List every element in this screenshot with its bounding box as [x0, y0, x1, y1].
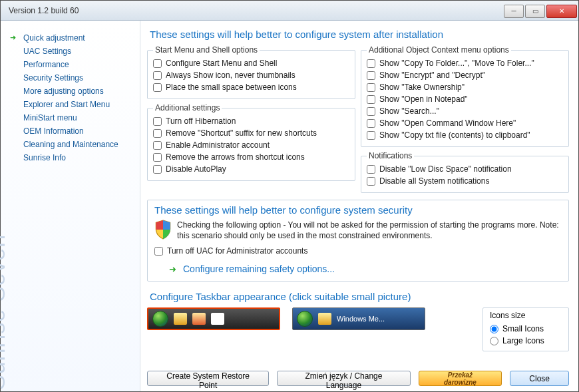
checkbox-ctx-4[interactable]: Show "Search...": [367, 105, 563, 117]
sidebar-item-uac-settings[interactable]: UAC Settings: [1, 45, 140, 58]
checkbox-ctx-3-input[interactable]: [367, 95, 375, 104]
sidebar-item-oem-information[interactable]: OEM Information: [1, 124, 140, 138]
checkbox-notif-0-input[interactable]: [367, 165, 375, 174]
checkbox-addset-2-input[interactable]: [153, 141, 162, 150]
checkbox-startmenu-0-label: Configure Start Menu and Shell: [166, 59, 277, 68]
checkbox-startmenu-1-label: Always Show icon, never thumbnails: [166, 71, 295, 80]
checkbox-startmenu-1-input[interactable]: [153, 71, 162, 80]
checkbox-ctx-1[interactable]: Show "Encrypt" and "Decrypt": [367, 69, 563, 81]
checkbox-ctx-0[interactable]: Show "Copy To Folder...", "Move To Foler…: [367, 57, 563, 69]
checkbox-uac[interactable]: Turn off UAC for Administrator accounts: [154, 245, 562, 257]
checkbox-addset-3-label: Remove the arrows from shortcut icons: [166, 152, 305, 162]
donate-button[interactable]: Przekaż darowiznę: [419, 371, 502, 386]
radio-large-icons-label: Large Icons: [502, 336, 544, 345]
checkbox-addset-3[interactable]: Remove the arrows from shortcut icons: [153, 151, 349, 163]
configure-safety-label: Configure remaining safety options...: [183, 264, 335, 274]
taskbar-picture-label: Windows Me...: [337, 315, 385, 323]
section-heading-install: These settings will help better to confi…: [150, 29, 566, 40]
change-language-button[interactable]: Zmień język / Change Language: [277, 371, 410, 386]
minimize-button[interactable]: ─: [504, 5, 524, 18]
section-security: These settings will help better to confi…: [147, 200, 569, 282]
sidebar-item-more-adjusting-options[interactable]: More adjusting options: [1, 85, 140, 98]
checkbox-ctx-6-input[interactable]: [367, 131, 375, 140]
checkbox-ctx-1-label: Show "Encrypt" and "Decrypt": [379, 71, 485, 80]
checkbox-uac-input[interactable]: [154, 247, 163, 256]
checkbox-startmenu-0-input[interactable]: [153, 59, 162, 68]
group-context-menu-legend: Additional Object Context menu options: [367, 45, 511, 55]
shield-icon: [154, 220, 172, 240]
sidebar-item-sunrise-info[interactable]: Sunrise Info: [1, 151, 140, 164]
sidebar-item-cleaning-and-maintenance[interactable]: Cleaning and Maintenance: [1, 138, 140, 151]
checkbox-addset-4-input[interactable]: [153, 165, 162, 174]
group-icons-size-legend: Icons size: [490, 311, 562, 323]
sidebar-item-security-settings[interactable]: Security Settings: [1, 71, 140, 85]
checkbox-addset-2[interactable]: Enable Administrator account: [153, 139, 349, 151]
taskbar-picture-small[interactable]: [147, 307, 280, 330]
maximize-button[interactable]: ▭: [525, 5, 545, 18]
checkbox-addset-0[interactable]: Turn off Hibernation: [153, 115, 349, 127]
sidebar-item-explorer-and-start-menu[interactable]: Explorer and Start Menu: [1, 98, 140, 111]
section-heading-taskbar: Configure Taskbar appearance (click suit…: [150, 291, 566, 302]
start-orb-icon: [152, 311, 168, 327]
checkbox-ctx-2[interactable]: Show "Take Ownership": [367, 81, 563, 93]
checkbox-notif-1-input[interactable]: [367, 177, 375, 186]
group-additional-settings-legend: Additional settings: [153, 103, 222, 112]
checkbox-addset-4[interactable]: Disable AutoPlay: [153, 163, 349, 175]
checkbox-addset-1-label: Remove "Shortcut" suffix for new shortcu…: [166, 128, 317, 138]
checkbox-addset-1[interactable]: Remove "Shortcut" suffix for new shortcu…: [153, 127, 349, 139]
checkbox-uac-label: Turn off UAC for Administrator accounts: [167, 246, 307, 256]
checkbox-ctx-2-label: Show "Take Ownership": [379, 83, 465, 92]
group-startmenu-legend: Start Menu and Shell options: [153, 45, 260, 55]
checkbox-ctx-0-label: Show "Copy To Folder...", "Move To Foler…: [379, 59, 534, 68]
create-restore-point-button[interactable]: Create System Restore Point: [147, 371, 269, 386]
sidebar-item-quick-adjustment[interactable]: Quick adjustment: [1, 31, 140, 45]
checkbox-ctx-1-input[interactable]: [367, 71, 375, 80]
checkbox-ctx-3-label: Show "Open in Notepad": [379, 95, 468, 104]
radio-large-icons-input[interactable]: [490, 337, 498, 345]
sidebar-item-performance[interactable]: Performance: [1, 58, 140, 71]
taskbar-sample-icon: [318, 313, 331, 325]
checkbox-addset-3-input[interactable]: [153, 153, 162, 162]
checkbox-addset-0-input[interactable]: [153, 117, 162, 126]
checkbox-startmenu-0[interactable]: Configure Start Menu and Shell: [153, 57, 349, 69]
radio-large-icons[interactable]: Large Icons: [490, 335, 562, 347]
checkbox-startmenu-2[interactable]: Place the small space between icons: [153, 81, 349, 93]
taskbar-picture-large[interactable]: Windows Me...: [292, 307, 425, 330]
close-button[interactable]: Close: [510, 371, 569, 386]
checkbox-startmenu-2-label: Place the small space between icons: [166, 83, 297, 92]
radio-small-icons-input[interactable]: [490, 325, 498, 333]
group-additional-settings: Additional settings Turn off Hibernation…: [147, 103, 355, 181]
brand-text: Sunrise Seven: [0, 234, 10, 390]
checkbox-ctx-2-input[interactable]: [367, 83, 375, 92]
security-info-text: Checking the following option - You will…: [177, 220, 562, 241]
radio-small-icons[interactable]: Small Icons: [490, 323, 562, 335]
checkbox-ctx-6[interactable]: Show "Copy txt file (contents) to clipbo…: [367, 129, 563, 141]
checkbox-notif-0[interactable]: Disable "Low Disc Space" notification: [367, 163, 563, 175]
checkbox-ctx-6-label: Show "Copy txt file (contents) to clipbo…: [379, 130, 530, 140]
window-title: Version 1.2 build 60: [1, 6, 504, 15]
checkbox-ctx-0-input[interactable]: [367, 59, 375, 68]
start-orb-icon: [297, 311, 313, 327]
checkbox-notif-1-label: Disable all System notifications: [379, 176, 489, 186]
section-heading-security: These settings will help better to confi…: [154, 204, 562, 216]
group-notifications-legend: Notifications: [367, 151, 414, 160]
checkbox-startmenu-2-input[interactable]: [153, 83, 162, 92]
group-startmenu: Start Menu and Shell options Configure S…: [147, 45, 355, 99]
group-notifications: Notifications Disable "Low Disc Space" n…: [361, 151, 569, 193]
window-close-button[interactable]: ✕: [546, 5, 577, 18]
checkbox-ctx-5-input[interactable]: [367, 119, 375, 128]
sidebar-item-ministart-menu[interactable]: MiniStart menu: [1, 111, 140, 124]
checkbox-startmenu-1[interactable]: Always Show icon, never thumbnails: [153, 69, 349, 81]
checkbox-ctx-3[interactable]: Show "Open in Notepad": [367, 93, 563, 105]
sidebar: Quick adjustmentUAC SettingsPerformanceS…: [1, 21, 140, 391]
checkbox-addset-2-label: Enable Administrator account: [166, 140, 270, 150]
taskbar-sample-icon: [211, 313, 224, 325]
checkbox-ctx-5[interactable]: Show "Open Command Window Here": [367, 117, 563, 129]
configure-safety-link[interactable]: ➜ Configure remaining safety options...: [154, 264, 562, 274]
radio-small-icons-label: Small Icons: [502, 324, 544, 333]
checkbox-addset-1-input[interactable]: [153, 129, 162, 138]
checkbox-ctx-5-label: Show "Open Command Window Here": [379, 118, 516, 128]
taskbar-sample-icon: [174, 313, 187, 325]
checkbox-notif-1[interactable]: Disable all System notifications: [367, 175, 563, 187]
checkbox-ctx-4-input[interactable]: [367, 107, 375, 116]
